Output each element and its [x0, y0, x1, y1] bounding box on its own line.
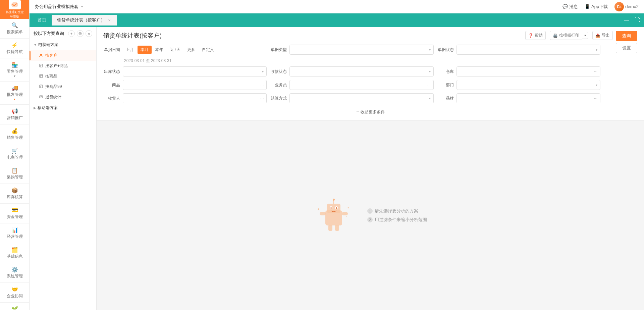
help-btn[interactable]: ❓ 帮助 — [525, 31, 546, 40]
main-area: 办公用品行业模拟账套 ▾ 💬 消息 📱 App下载 Ea demo2 首页 销货… — [30, 0, 644, 310]
dept-select[interactable]: ▾ — [457, 80, 600, 90]
out-status-select[interactable]: ▾ — [123, 66, 267, 76]
empty-step2: 2 用过滤条件来缩小分析范围 — [367, 217, 427, 223]
export-icon: 📤 — [595, 33, 600, 38]
date-btn-this-year[interactable]: 本年 — [152, 46, 166, 54]
filter-row-1: 单据日期 上月 本月 本年 近7天 更多 自定义 单据类型 — [103, 45, 600, 55]
sidebar-item-quicknav[interactable]: ⚡ 快捷导航 — [0, 39, 29, 58]
scheme-item-customer-label: 按客户 — [45, 53, 57, 58]
date-label: 单据日期 — [103, 47, 120, 53]
date-btn-this-month[interactable]: 本月 — [138, 46, 152, 54]
scheme-add-btn[interactable]: + — [68, 30, 75, 37]
sidebar-item-search[interactable]: 🔍 搜索菜单 — [0, 19, 29, 39]
brand-input[interactable]: ··· — [457, 93, 600, 103]
receiver-cell: 收货人 ··· — [103, 93, 267, 103]
brand-cell: 品牌 ··· — [437, 93, 600, 103]
sidebar-item-sales[interactable]: 💰 销售管理 — [0, 124, 29, 144]
tab-close-btn[interactable]: ✕ — [107, 18, 112, 22]
scheme-item-by-goods[interactable]: 按商品 — [30, 71, 96, 82]
sidebar-quicknav-label: 快捷导航 — [0, 49, 29, 55]
date-btn-more[interactable]: 更多 — [184, 46, 198, 54]
sidebar-system-label: 系统管理 — [0, 273, 29, 279]
scheme-group-mobile-header[interactable]: ▶ 移动端方案 — [30, 102, 96, 113]
sidebar-item-retail[interactable]: 🏪 零售管理 ▼ — [0, 58, 29, 82]
svg-text:✦: ✦ — [347, 206, 350, 209]
export-label: 导出 — [602, 33, 610, 38]
goods-cell: 商品 ··· — [103, 80, 267, 90]
finance-icon: 💳 — [0, 207, 29, 213]
query-btn[interactable]: 查询 — [616, 31, 637, 41]
app-download-btn[interactable]: 📱 App下载 — [585, 4, 608, 10]
scheme-item-by-goods99[interactable]: 按商品99 — [30, 82, 96, 92]
scheme-item-goods-label: 按商品 — [45, 73, 57, 79]
settlement-label: 结算方式 — [270, 96, 287, 101]
sidebar-item-marketing[interactable]: 📢 营销推广 — [0, 105, 29, 124]
scheme-group-pc-header[interactable]: ▼ 电脑端方案 — [30, 39, 96, 50]
warehouse-input[interactable]: ··· — [457, 66, 600, 76]
warehouse-cell: 仓库 ··· — [437, 66, 600, 76]
tab-minimize-btn[interactable]: — — [623, 16, 631, 24]
date-btn-last-month[interactable]: 上月 — [123, 46, 137, 54]
goods-icon — [39, 74, 43, 79]
print-btn[interactable]: 🖨️ 按模板打印 — [550, 31, 582, 40]
goods-input[interactable]: ··· — [123, 80, 267, 90]
sidebar-item-inventory[interactable]: 📦 库存核算 — [0, 184, 29, 204]
doc-status-select[interactable]: ▾ — [457, 45, 600, 55]
goods-dots: ··· — [260, 83, 264, 87]
tab-home[interactable]: 首页 — [32, 15, 52, 25]
top-header: 办公用品行业模拟账套 ▾ 💬 消息 📱 App下载 Ea demo2 — [30, 0, 644, 13]
scheme-header: 按以下方案查询 + « — [30, 27, 96, 39]
sidebar-item-ecommerce[interactable]: 🛒 电商管理 — [0, 144, 29, 164]
scheme-item-refund-stat[interactable]: 退货统计 — [30, 92, 96, 102]
filter-row-3: 商品 ··· 业务员 ··· 部门 — [103, 80, 600, 90]
doc-status-arrow: ▾ — [596, 48, 597, 52]
filter-row-2: 出库状态 ▾ 收款状态 ▾ — [103, 66, 600, 76]
scheme-collapse-btn[interactable]: « — [86, 30, 92, 37]
quicknav-icon: ⚡ — [0, 42, 29, 48]
doc-type-arrow: ▾ — [429, 48, 431, 52]
receiver-input[interactable]: ··· — [123, 93, 267, 103]
receiver-label: 收货人 — [103, 96, 120, 101]
sidebar-item-enterprise[interactable]: 🤝 企业协同 — [0, 283, 29, 303]
tab-sales-stat[interactable]: 销货单统计表（按客户） ✕ — [52, 15, 117, 25]
receipt-status-select[interactable]: ▾ — [289, 66, 433, 76]
sidebar-item-basic[interactable]: 🗂️ 基础信息 — [0, 243, 29, 263]
sidebar-item-operation[interactable]: 📊 经营管理 — [0, 223, 29, 243]
scheme-item-by-customer[interactable]: 按客户 — [30, 50, 96, 61]
sidebar-item-purchase[interactable]: 📋 采购管理 — [0, 164, 29, 184]
sidebar-item-wholesale[interactable]: 🚚 批发管理 ▲ — [0, 82, 29, 105]
settlement-select[interactable]: ▾ — [289, 93, 433, 103]
header-left: 办公用品行业模拟账套 ▾ — [35, 4, 83, 10]
dept-cell: 部门 ▾ — [437, 80, 600, 90]
warehouse-dots: ··· — [594, 69, 597, 74]
warehouse-label: 仓库 — [437, 69, 454, 74]
date-btn-custom[interactable]: 自定义 — [199, 46, 217, 54]
scheme-group-pc: ▼ 电脑端方案 按客户 按客户+商品 — [30, 39, 96, 102]
scheme-edit-btn[interactable] — [77, 30, 84, 37]
step2-text: 用过滤条件来缩小分析范围 — [375, 217, 427, 223]
logo[interactable]: 畅捷通好生意 标准版 — [0, 0, 29, 19]
sidebar-item-system[interactable]: ⚙️ 系统管理 — [0, 263, 29, 283]
enterprise-icon: 🤝 — [0, 286, 29, 293]
sidebar-item-newbie[interactable]: 🌱 新手引导 — [0, 303, 29, 310]
sidebar-item-finance[interactable]: 💳 资金管理 — [0, 204, 29, 223]
empty-area: ✦ ✦ ✦ 1 请先选择要分析的方案 2 用过滤条件来缩小分析 — [97, 121, 644, 310]
settings-btn[interactable]: 设置 — [616, 43, 637, 53]
goods-label: 商品 — [103, 82, 120, 88]
staff-input[interactable]: ··· — [289, 80, 433, 90]
scheme-item-customer-goods[interactable]: 按客户+商品 — [30, 61, 96, 71]
out-status-arrow: ▾ — [262, 70, 264, 73]
svg-rect-23 — [342, 212, 348, 215]
user-profile-btn[interactable]: Ea demo2 — [614, 2, 639, 11]
filter-rows: 单据日期 上月 本月 本年 近7天 更多 自定义 单据类型 — [103, 45, 637, 103]
tab-sales-stat-label: 销货单统计表（按客户） — [57, 17, 105, 23]
staff-label: 业务员 — [270, 82, 287, 88]
date-btn-last7[interactable]: 近7天 — [167, 46, 183, 54]
message-btn[interactable]: 💬 消息 — [562, 4, 578, 10]
empty-step1: 1 请先选择要分析的方案 — [367, 208, 418, 214]
platform-dropdown-arrow[interactable]: ▾ — [81, 5, 83, 8]
doc-type-select[interactable]: ▾ — [289, 45, 433, 55]
print-dropdown-btn[interactable]: ▾ — [582, 32, 588, 39]
collapse-row[interactable]: ⌃ 收起更多条件 — [103, 107, 637, 116]
tab-maximize-btn[interactable]: ⛶ — [633, 16, 641, 24]
